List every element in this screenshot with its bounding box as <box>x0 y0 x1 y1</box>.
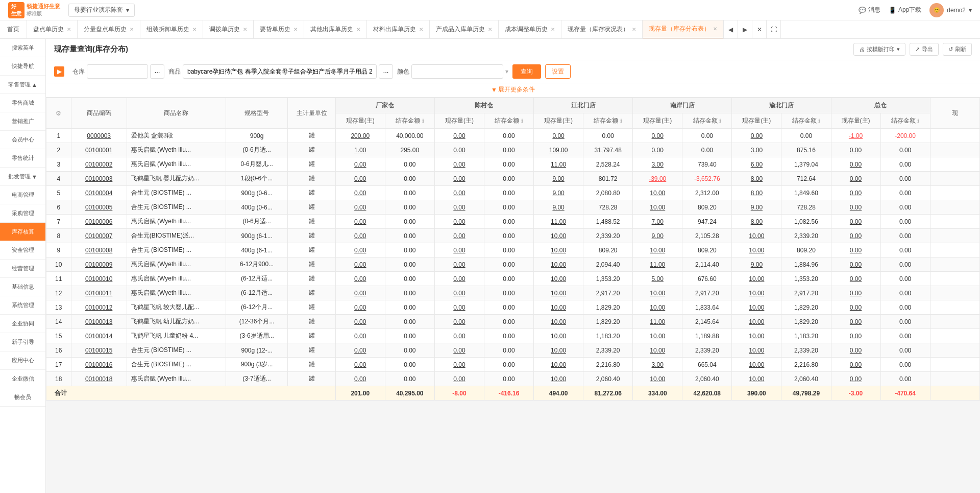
expand-more-btn[interactable]: ▼ 展开更多条件 <box>491 85 535 94</box>
refresh-btn[interactable]: ↺ 刷新 <box>943 43 972 56</box>
sidebar-item-retailshop[interactable]: 零售商城 <box>0 94 45 112</box>
cell-jiangbei-qty[interactable]: 10.00 <box>534 257 583 272</box>
sidebar-item-retail[interactable]: 零售管理 ▲ <box>0 76 45 94</box>
app-download-btn[interactable]: 📱 App下载 <box>889 6 921 14</box>
cell-nanan-qty[interactable]: 10.00 <box>633 372 682 386</box>
cell-factory-qty[interactable]: 1.00 <box>335 143 385 157</box>
tab-close-stockdist[interactable]: ✕ <box>713 26 717 32</box>
cell-cheng-qty[interactable]: 0.00 <box>434 315 484 329</box>
cell-yubei-qty[interactable]: 3.00 <box>732 143 781 157</box>
sidebar-item-operations[interactable]: 经营管理 <box>0 260 45 278</box>
sidebar-item-member2[interactable]: 畅会员 <box>0 388 45 407</box>
cell-total-qty[interactable]: 0.00 <box>831 358 880 372</box>
cell-cheng-qty[interactable]: 0.00 <box>434 229 484 243</box>
cell-cheng-qty[interactable]: 0.00 <box>434 358 484 372</box>
sidebar-item-retailstat[interactable]: 零售统计 <box>0 149 45 168</box>
cell-nanan-qty[interactable]: 3.00 <box>633 157 682 172</box>
cell-code[interactable]: 00100010 <box>71 272 127 286</box>
collapse-arrow[interactable]: ▶ <box>54 66 64 77</box>
sidebar-item-search[interactable]: 搜索英单 <box>0 39 45 57</box>
tab-home[interactable]: 首页 <box>0 20 27 39</box>
tab-productin[interactable]: 产成品入库单历史 ✕ <box>430 20 499 39</box>
company-selector[interactable]: 母婴行业演示陈套 ▾ <box>68 4 135 17</box>
cell-cheng-qty[interactable]: 0.00 <box>434 329 484 343</box>
cell-code[interactable]: 00100006 <box>71 215 127 229</box>
cell-total-qty[interactable]: 0.00 <box>831 143 880 157</box>
cell-code[interactable]: 00100014 <box>71 329 127 343</box>
cell-code[interactable]: 00100007 <box>71 229 127 243</box>
info-icon[interactable]: ℹ <box>620 118 622 124</box>
cell-jiangbei-qty[interactable]: 10.00 <box>534 329 583 343</box>
cell-factory-qty[interactable]: 0.00 <box>335 257 385 272</box>
cell-factory-qty[interactable]: 0.00 <box>335 200 385 215</box>
cell-nanan-qty[interactable]: 3.00 <box>633 358 682 372</box>
cell-cheng-qty[interactable]: 0.00 <box>434 300 484 315</box>
cell-nanan-qty[interactable]: 10.00 <box>633 343 682 358</box>
sidebar-item-system[interactable]: 系统管理 <box>0 296 45 315</box>
print-btn[interactable]: 🖨 按模版打印 ▾ <box>853 43 905 56</box>
cell-jiangbei-qty[interactable]: 10.00 <box>534 300 583 315</box>
cell-yubei-qty[interactable]: 8.00 <box>732 172 781 186</box>
cell-total-qty[interactable]: 0.00 <box>831 343 880 358</box>
cell-code[interactable]: 00100016 <box>71 358 127 372</box>
cell-total-qty[interactable]: 0.00 <box>831 315 880 329</box>
cell-nanan-qty[interactable]: 11.00 <box>633 315 682 329</box>
tab-prev-btn[interactable]: ◀ <box>724 20 738 39</box>
cell-jiangbei-qty[interactable]: 9.00 <box>534 200 583 215</box>
cell-yubei-qty[interactable]: 8.00 <box>732 186 781 200</box>
info-icon[interactable]: ℹ <box>521 118 523 124</box>
cell-jiangbei-qty[interactable]: 9.00 <box>534 172 583 186</box>
cell-nanan-qty[interactable]: 10.00 <box>633 243 682 257</box>
tab-splitcount[interactable]: 分量盘点单历史 ✕ <box>78 20 140 39</box>
cell-nanan-qty[interactable]: 9.00 <box>633 229 682 243</box>
message-btn[interactable]: 💬 消息 <box>859 6 880 14</box>
tab-close-transfer[interactable]: ✕ <box>243 27 247 32</box>
cell-cheng-qty[interactable]: 0.00 <box>434 343 484 358</box>
cell-code[interactable]: 00100009 <box>71 257 127 272</box>
cell-total-qty[interactable]: 0.00 <box>831 186 880 200</box>
cell-cheng-qty[interactable]: 0.00 <box>434 372 484 386</box>
info-icon[interactable]: ℹ <box>818 118 820 124</box>
cell-total-qty[interactable]: 0.00 <box>831 229 880 243</box>
cell-total-qty[interactable]: 0.00 <box>831 286 880 300</box>
cell-jiangbei-qty[interactable]: 10.00 <box>534 315 583 329</box>
cell-nanan-qty[interactable]: 7.00 <box>633 215 682 229</box>
cell-code[interactable]: 00100018 <box>71 372 127 386</box>
cell-cheng-qty[interactable]: 0.00 <box>434 172 484 186</box>
cell-total-qty[interactable]: 0.00 <box>831 329 880 343</box>
cell-total-qty[interactable]: -1.00 <box>831 129 880 143</box>
cell-code[interactable]: 00100004 <box>71 186 127 200</box>
cell-yubei-qty[interactable]: 6.00 <box>732 157 781 172</box>
cell-code[interactable]: 00100001 <box>71 143 127 157</box>
cell-yubei-qty[interactable]: 10.00 <box>732 329 781 343</box>
cell-factory-qty[interactable]: 0.00 <box>335 315 385 329</box>
warehouse-dots-btn[interactable]: ··· <box>150 64 164 79</box>
cell-yubei-qty[interactable]: 10.00 <box>732 315 781 329</box>
tab-stockcount[interactable]: 盘点单历史 ✕ <box>27 20 78 39</box>
tab-close-costadjust[interactable]: ✕ <box>551 27 555 32</box>
cell-code[interactable]: 00100003 <box>71 172 127 186</box>
cell-cheng-qty[interactable]: 0.00 <box>434 286 484 300</box>
cell-total-qty[interactable]: 0.00 <box>831 272 880 286</box>
cell-factory-qty[interactable]: 0.00 <box>335 372 385 386</box>
sidebar-item-finance[interactable]: 资金管理 <box>0 241 45 260</box>
settings-btn[interactable]: 设置 <box>545 64 571 79</box>
cell-jiangbei-qty[interactable]: 10.00 <box>534 229 583 243</box>
cell-yubei-qty[interactable]: 10.00 <box>732 286 781 300</box>
sidebar-item-inventory[interactable]: 库存核算 <box>0 223 45 241</box>
cell-cheng-qty[interactable]: 0.00 <box>434 257 484 272</box>
tab-otherout[interactable]: 其他出库单历史 ✕ <box>304 20 367 39</box>
cell-jiangbei-qty[interactable]: 10.00 <box>534 286 583 300</box>
cell-yubei-qty[interactable]: 10.00 <box>732 343 781 358</box>
color-input[interactable] <box>411 64 503 79</box>
cell-nanan-qty[interactable]: 11.00 <box>633 257 682 272</box>
cell-nanan-qty[interactable]: 10.00 <box>633 300 682 315</box>
cell-total-qty[interactable]: 0.00 <box>831 157 880 172</box>
cell-factory-qty[interactable]: 0.00 <box>335 172 385 186</box>
cell-jiangbei-qty[interactable]: 10.00 <box>534 372 583 386</box>
cell-jiangbei-qty[interactable]: 10.00 <box>534 343 583 358</box>
tab-close-materialout[interactable]: ✕ <box>419 27 423 32</box>
cell-code[interactable]: 00100011 <box>71 286 127 300</box>
cell-jiangbei-qty[interactable]: 9.00 <box>534 186 583 200</box>
cell-jiangbei-qty[interactable]: 10.00 <box>534 272 583 286</box>
